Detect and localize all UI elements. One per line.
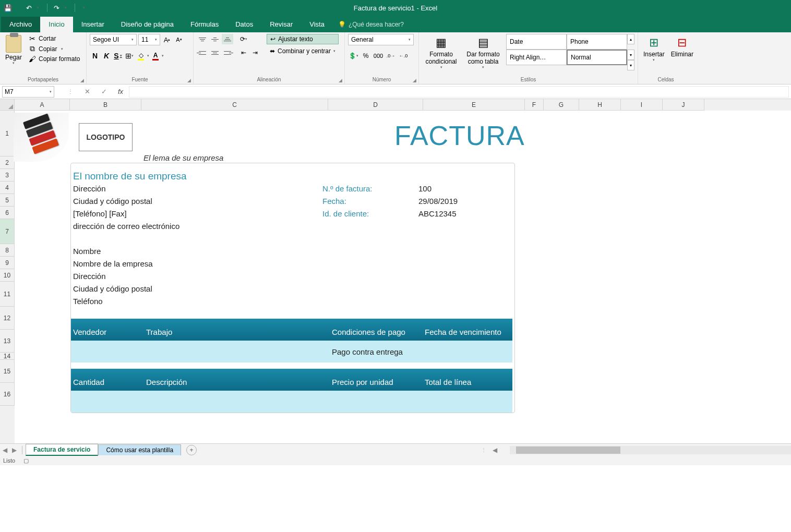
spreadsheet-grid[interactable]: A B C D E F G H I J 12345678910111213141… (0, 99, 791, 443)
sheet-nav-next[interactable]: ▶ (9, 446, 19, 454)
cell-style-normal[interactable]: Normal (567, 50, 627, 65)
tell-me-search[interactable]: 💡 ¿Qué desea hacer? (338, 21, 404, 32)
border-button[interactable]: ⊞▾ (124, 51, 135, 61)
company-slogan[interactable]: El lema de su empresa (143, 153, 223, 162)
row-header-1[interactable]: 1 (0, 111, 15, 156)
col-header-a[interactable]: A (15, 99, 70, 111)
col-header-j[interactable]: J (663, 99, 704, 111)
number-dialog-launcher[interactable]: ◢ (413, 78, 416, 83)
row-header-14[interactable]: 14 (0, 353, 15, 360)
company-email[interactable]: dirección de correo electrónico (71, 220, 514, 232)
style-scroll-down[interactable]: ▾ (627, 50, 634, 60)
row-header-7[interactable]: 7 (0, 219, 15, 244)
tab-review[interactable]: Revisar (261, 17, 301, 32)
col-header-f[interactable]: F (525, 99, 544, 111)
row-header-16[interactable]: 16 (0, 383, 15, 406)
font-name-selector[interactable]: Segoe UI▾ (90, 34, 137, 45)
number-format-selector[interactable]: General▾ (348, 34, 414, 45)
row-header-15[interactable]: 15 (0, 360, 15, 383)
copy-button[interactable]: ⧉Copiar▾ (26, 44, 82, 54)
sheet-tab-invoice[interactable]: Factura de servicio (26, 444, 98, 456)
logo-placeholder[interactable]: LOGOTIPO (79, 123, 133, 151)
font-color-button[interactable]: A (150, 51, 161, 61)
decrease-decimal-button[interactable]: ←.0 (398, 51, 409, 61)
undo-icon[interactable]: ↶ (25, 4, 32, 11)
conditional-format-button[interactable]: ▦ Formato condicional▾ (422, 34, 460, 70)
table2-row[interactable] (71, 391, 512, 413)
row-header-12[interactable]: 12 (0, 307, 15, 330)
tab-file[interactable]: Archivo (1, 17, 40, 32)
align-right-button[interactable] (222, 47, 233, 58)
tab-insert[interactable]: Insertar (73, 17, 113, 32)
percent-button[interactable]: % (361, 51, 371, 61)
clipboard-dialog-launcher[interactable]: ◢ (80, 78, 84, 83)
redo-dropdown[interactable]: ▾ (62, 4, 69, 11)
align-top-button[interactable] (197, 34, 208, 44)
fx-button[interactable]: fx (114, 86, 127, 98)
row-header-3[interactable]: 3 (0, 169, 15, 182)
billto-address[interactable]: Dirección (71, 270, 514, 282)
row-header-8[interactable]: 8 (0, 244, 15, 257)
invoice-title[interactable]: FACTURA (394, 120, 525, 151)
orientation-button[interactable]: ⟳▾ (238, 34, 249, 44)
sheet-nav-prev[interactable]: ◀ (0, 446, 9, 454)
alignment-dialog-launcher[interactable]: ◢ (339, 78, 342, 83)
billto-city[interactable]: Ciudad y código postal (71, 282, 514, 295)
delete-cells-button[interactable]: ⊟ Eliminar (669, 34, 696, 59)
sheet-tab-howto[interactable]: Cómo usar esta plantilla (98, 444, 181, 455)
company-name[interactable]: El nombre de su empresa (71, 171, 514, 182)
style-scroll-up[interactable]: ▴ (627, 34, 634, 44)
decrease-font-button[interactable]: A▾ (174, 34, 184, 45)
style-gallery-more[interactable]: ▾ (627, 60, 634, 70)
row-header-11[interactable]: 11 (0, 282, 15, 307)
merge-center-button[interactable]: ⬌Combinar y centrar▾ (267, 46, 339, 56)
align-left-button[interactable] (197, 47, 208, 58)
align-bottom-button[interactable] (222, 34, 233, 44)
row-header-4[interactable]: 4 (0, 182, 15, 194)
enter-formula-button[interactable]: ✓ (98, 86, 110, 98)
col-header-g[interactable]: G (544, 99, 579, 111)
invoice-number-value[interactable]: 100 (418, 182, 507, 195)
increase-font-button[interactable]: A▴ (162, 34, 172, 45)
company-city[interactable]: Ciudad y código postal (71, 195, 320, 207)
cell-style-rightalign[interactable]: Right Align… (506, 50, 567, 65)
name-box[interactable]: M7▾ (2, 86, 54, 98)
comma-button[interactable]: 000 (373, 51, 383, 61)
horizontal-scrollbar[interactable] (510, 446, 791, 454)
row-header-5[interactable]: 5 (0, 194, 15, 207)
cancel-formula-button[interactable]: ✕ (81, 86, 93, 98)
billto-name[interactable]: Nombre (71, 245, 514, 257)
col-header-e[interactable]: E (423, 99, 525, 111)
table1-row[interactable]: Pago contra entrega (71, 341, 512, 362)
redo-icon[interactable]: ↷ (53, 4, 60, 11)
save-icon[interactable]: 💾 (4, 4, 11, 11)
tab-layout[interactable]: Diseño de página (113, 17, 182, 32)
company-phone[interactable]: [Teléfono] [Fax] (71, 207, 320, 220)
align-middle-button[interactable] (209, 34, 221, 44)
col-header-d[interactable]: D (328, 99, 423, 111)
italic-button[interactable]: K (101, 51, 112, 61)
payment-terms-value[interactable]: Pago contra entrega (330, 347, 423, 356)
col-header-c[interactable]: C (141, 99, 328, 111)
cut-button[interactable]: ✂Cortar (26, 34, 82, 43)
customer-id-value[interactable]: ABC12345 (418, 207, 507, 220)
decrease-indent-button[interactable]: ⇤ (238, 47, 249, 58)
invoice-date-value[interactable]: 29/08/2019 (418, 195, 507, 207)
qat-customize[interactable]: ▾ (80, 4, 88, 11)
hscroll-left[interactable]: ◀ (490, 446, 499, 454)
bold-button[interactable]: N (90, 51, 100, 61)
col-header-h[interactable]: H (579, 99, 621, 111)
wrap-text-button[interactable]: ↩Ajustar texto (267, 34, 339, 44)
col-header-b[interactable]: B (70, 99, 141, 111)
formula-input[interactable] (129, 86, 789, 98)
macro-record-icon[interactable]: ▢ (23, 457, 29, 464)
company-address[interactable]: Dirección (71, 182, 320, 195)
cell-style-phone[interactable]: Phone (567, 34, 627, 50)
row-header-6[interactable]: 6 (0, 207, 15, 219)
row-header-13[interactable]: 13 (0, 330, 15, 353)
undo-dropdown[interactable]: ▾ (34, 4, 42, 11)
accounting-format-button[interactable]: 💲▾ (348, 51, 358, 61)
tab-view[interactable]: Vista (301, 17, 333, 32)
add-sheet-button[interactable]: + (186, 445, 197, 455)
paste-button[interactable]: Pegar ▾ (3, 34, 24, 66)
